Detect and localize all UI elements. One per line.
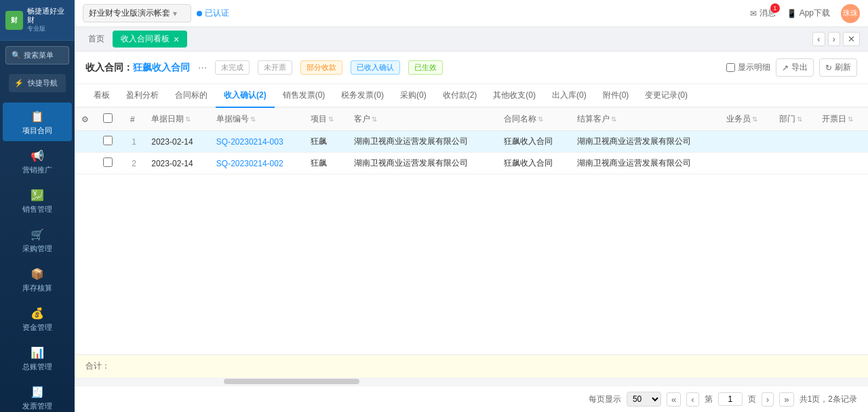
sort-icon-project: ⇅ xyxy=(328,115,334,123)
search-menu-button[interactable]: 🔍 搜索菜单 xyxy=(5,46,69,64)
row-settlement: 湖南卫视商业运营发展有限公司 xyxy=(570,131,720,153)
status-partial[interactable]: 部分收款 xyxy=(300,60,342,75)
quick-nav-label: 快捷导航 xyxy=(28,78,58,88)
export-button[interactable]: ↗ 导出 xyxy=(776,58,814,77)
project-col-label: 项目 xyxy=(311,113,327,125)
tab-nav-close[interactable]: ✕ xyxy=(843,32,860,46)
export-label: 导出 xyxy=(791,62,808,73)
row-opendate xyxy=(815,153,868,174)
scroll-thumb[interactable] xyxy=(224,379,359,384)
message-button[interactable]: ✉ 1 消息 xyxy=(750,7,776,19)
table-total-row: 合计： xyxy=(75,354,868,377)
table-contract-col[interactable]: 合同名称⇅ xyxy=(497,108,570,131)
row-checkbox-cell[interactable] xyxy=(96,131,123,153)
app-download-button[interactable]: 📱 App下载 xyxy=(787,7,830,19)
table-docno-col[interactable]: 单据编号⇅ xyxy=(210,108,304,131)
select-all-checkbox[interactable] xyxy=(103,113,113,123)
subtab-attachments[interactable]: 附件(0) xyxy=(595,84,637,108)
tabbar: 首页 收入合同看板 × ‹ › ✕ xyxy=(75,27,868,52)
sidebar-item-inventory[interactable]: 📦 库存核算 xyxy=(3,260,72,299)
sidebar-item-invoice[interactable]: 🧾 发票管理 xyxy=(3,378,72,412)
row-docno[interactable]: SQ-20230214-002 xyxy=(210,153,304,174)
tab-nav-prev[interactable]: ‹ xyxy=(812,32,825,46)
per-page-label: 每页显示 xyxy=(589,394,621,405)
row-docno-link[interactable]: SQ-20230214-003 xyxy=(216,137,283,147)
status-no-invoice[interactable]: 未开票 xyxy=(258,60,292,75)
table-row[interactable]: 1 2023-02-14 SQ-20230214-003 狂飙 湖南卫视商业运营… xyxy=(75,131,868,153)
status-confirmed[interactable]: 已收入确认 xyxy=(351,60,400,75)
sidebar-label-marketing: 营销推广 xyxy=(22,165,52,175)
header-actions: 显示明细 ↗ 导出 ↻ 刷新 xyxy=(726,58,857,77)
dept-col-label: 部门 xyxy=(779,113,795,125)
subtab-other_income[interactable]: 其他收支(0) xyxy=(485,84,544,108)
row-department xyxy=(772,131,815,153)
row-checkbox[interactable] xyxy=(103,136,113,145)
status-incomplete[interactable]: 未完成 xyxy=(215,60,250,75)
sort-icon-contract: ⇅ xyxy=(538,115,543,123)
page-input[interactable] xyxy=(718,392,743,406)
logo-name: 畅捷通好业财 xyxy=(27,7,69,24)
company-selector[interactable]: 好业财专业版演示帐套 ▾ xyxy=(83,4,191,22)
sidebar-item-marketing[interactable]: 📢 营销推广 xyxy=(3,142,72,181)
row-checkbox[interactable] xyxy=(103,157,113,167)
subtab-purchase[interactable]: 采购(0) xyxy=(392,84,435,108)
sidebar-icon-sales: 💹 xyxy=(29,187,45,203)
sidebar-label-inventory: 库存核算 xyxy=(22,283,52,293)
sidebar-item-funds[interactable]: 💰 资金管理 xyxy=(3,299,72,338)
table-checkbox-col[interactable] xyxy=(96,108,123,131)
table-settings-col[interactable]: ⚙ xyxy=(75,108,96,131)
app-download-label: App下载 xyxy=(800,7,830,19)
refresh-button[interactable]: ↻ 刷新 xyxy=(819,58,857,77)
table-date-col[interactable]: 单据日期⇅ xyxy=(144,108,210,131)
horizontal-scrollbar[interactable] xyxy=(75,377,868,386)
per-page-select[interactable]: 50 100 200 xyxy=(627,392,661,407)
subtab-sales_invoice[interactable]: 销售发票(0) xyxy=(275,84,334,108)
table-opendate-col[interactable]: 开票日⇅ xyxy=(815,108,868,131)
avatar-circle: 珠珠 xyxy=(841,4,860,23)
tab-nav-next[interactable]: › xyxy=(828,32,840,46)
more-button[interactable]: ··· xyxy=(198,62,207,74)
last-page-btn[interactable]: » xyxy=(779,392,793,407)
next-page-btn[interactable]: › xyxy=(762,392,774,407)
subtabs: 看板盈利分析合同标的收入确认(2)销售发票(0)税务发票(0)采购(0)收付款(… xyxy=(75,84,868,108)
table-project-col[interactable]: 项目⇅ xyxy=(304,108,347,131)
subtab-payment[interactable]: 收付款(2) xyxy=(435,84,486,108)
show-detail-checkbox-label[interactable]: 显示明细 xyxy=(726,62,770,73)
sidebar-item-general[interactable]: 📊 总账管理 xyxy=(3,339,72,377)
sidebar-item-sales[interactable]: 💹 销售管理 xyxy=(3,181,72,220)
tab-income-label: 收入合同看板 xyxy=(121,33,170,45)
prev-page-btn[interactable]: ‹ xyxy=(686,392,698,407)
row-checkbox-cell[interactable] xyxy=(96,153,123,174)
table-salesman-col[interactable]: 业务员⇅ xyxy=(719,108,772,131)
table-dept-col[interactable]: 部门⇅ xyxy=(772,108,815,131)
table-settlement-col[interactable]: 结算客户⇅ xyxy=(570,108,720,131)
row-docno[interactable]: SQ-20230214-003 xyxy=(210,131,304,153)
show-detail-checkbox[interactable] xyxy=(726,63,735,72)
subtab-dashboard[interactable]: 看板 xyxy=(85,84,118,108)
sidebar-item-purchase[interactable]: 🛒 采购管理 xyxy=(3,221,72,259)
tab-income-contract[interactable]: 收入合同看板 × xyxy=(113,31,187,48)
subtab-inout[interactable]: 出入库(0) xyxy=(544,84,595,108)
table-customer-col[interactable]: 客户⇅ xyxy=(347,108,497,131)
salesman-col-label: 业务员 xyxy=(726,113,751,125)
subtab-income_confirm[interactable]: 收入确认(2) xyxy=(216,84,275,108)
subtab-profit[interactable]: 盈利分析 xyxy=(118,84,167,108)
quick-nav-button[interactable]: ⚡ 快捷导航 xyxy=(9,74,66,92)
first-page-btn[interactable]: « xyxy=(667,392,681,407)
row-docno-link[interactable]: SQ-20230214-002 xyxy=(216,159,283,168)
sidebar-label-general: 总账管理 xyxy=(22,362,52,372)
quick-nav-icon: ⚡ xyxy=(14,79,24,88)
subtab-tax_invoice[interactable]: 税务发票(0) xyxy=(333,84,392,108)
message-badge: 1 xyxy=(770,3,780,13)
subtab-contract_target[interactable]: 合同标的 xyxy=(167,84,216,108)
subtab-changes[interactable]: 变更记录(0) xyxy=(637,84,696,108)
status-effective[interactable]: 已生效 xyxy=(408,60,443,75)
sidebar-item-project[interactable]: 📋 项目合同 xyxy=(3,102,72,141)
contract-header: 收入合同：狂飙收入合同 ··· 未完成 未开票 部分收款 已收入确认 已生效 显… xyxy=(75,52,868,84)
sidebar-icon-invoice: 🧾 xyxy=(29,383,45,400)
download-icon: 📱 xyxy=(787,9,797,18)
tab-home[interactable]: 首页 xyxy=(83,31,110,48)
user-avatar[interactable]: 珠珠 xyxy=(841,4,860,23)
table-row[interactable]: 2 2023-02-14 SQ-20230214-002 狂飙 湖南卫视商业运营… xyxy=(75,153,868,174)
tab-close-button[interactable]: × xyxy=(174,34,179,45)
